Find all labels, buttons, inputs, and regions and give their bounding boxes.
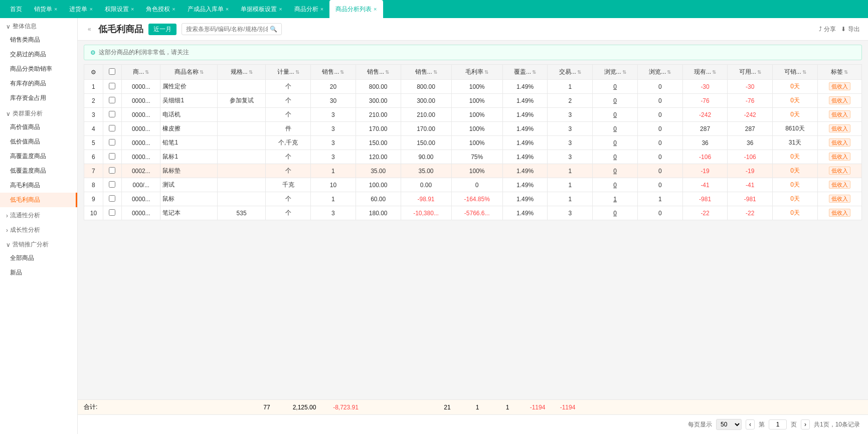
td-checkbox[interactable] bbox=[103, 122, 121, 136]
sidebar-item-high-margin[interactable]: 高毛利商品 bbox=[0, 178, 77, 193]
close-icon[interactable]: × bbox=[54, 6, 57, 12]
nav-item-template-settings[interactable]: 单据模板设置× bbox=[235, 0, 288, 18]
sidebar-group-marketing[interactable]: ∨ 营销推广分析 bbox=[0, 236, 77, 251]
table-wrapper[interactable]: ⚙ 商...⇅ 商品名称⇅ 规格...⇅ 计量...⇅ 销售...⇅ 销售...… bbox=[84, 64, 862, 399]
row-checkbox[interactable] bbox=[109, 153, 115, 160]
row-checkbox[interactable] bbox=[109, 111, 115, 117]
share-button[interactable]: ⤴ 分享 bbox=[819, 25, 836, 34]
sidebar-item-new-products[interactable]: 新品 bbox=[0, 265, 77, 280]
collapse-sidebar-button[interactable]: « bbox=[86, 26, 93, 33]
td-checkbox[interactable] bbox=[103, 94, 121, 108]
td-browse1[interactable]: 0 bbox=[593, 108, 638, 122]
td-browse1[interactable]: 0 bbox=[593, 122, 638, 136]
td-browse1[interactable]: 0 bbox=[593, 150, 638, 164]
close-icon[interactable]: × bbox=[131, 6, 134, 12]
sidebar-item-in-stock[interactable]: 有库存的商品 bbox=[0, 76, 77, 91]
sidebar-group-overall[interactable]: ∨ 整体信息 bbox=[0, 18, 77, 33]
td-browse1[interactable]: 0 bbox=[593, 136, 638, 150]
row-checkbox[interactable] bbox=[109, 209, 115, 216]
prev-page-button[interactable]: ‹ bbox=[746, 419, 755, 429]
close-icon[interactable]: × bbox=[172, 6, 175, 12]
sidebar-item-category-rate[interactable]: 商品分类助销率 bbox=[0, 62, 77, 76]
sidebar-group-cluster[interactable]: ∨ 类群重分析 bbox=[0, 105, 77, 120]
th-sales-price[interactable]: 销售...⇅ bbox=[356, 65, 401, 80]
td-name[interactable]: 电话机 bbox=[160, 108, 217, 122]
th-stock-sale[interactable]: 可销...⇅ bbox=[773, 65, 818, 80]
export-button[interactable]: ⬇ 导出 bbox=[841, 25, 860, 34]
th-coverage[interactable]: 覆盖...⇅ bbox=[502, 65, 548, 80]
th-trade[interactable]: 交易...⇅ bbox=[548, 65, 593, 80]
td-name[interactable]: 测试 bbox=[160, 178, 217, 192]
th-spec[interactable]: 规格...⇅ bbox=[217, 65, 265, 80]
nav-item-home[interactable]: 首页 bbox=[4, 0, 28, 18]
th-settings[interactable]: ⚙ bbox=[84, 65, 103, 80]
row-checkbox[interactable] bbox=[109, 167, 115, 174]
close-icon[interactable]: × bbox=[89, 6, 92, 12]
th-name[interactable]: 商品名称⇅ bbox=[160, 65, 217, 80]
td-checkbox[interactable] bbox=[103, 80, 121, 94]
td-checkbox[interactable] bbox=[103, 206, 121, 220]
th-tag[interactable]: 标签⇅ bbox=[817, 65, 861, 80]
nav-item-role-auth[interactable]: 角色授权× bbox=[140, 0, 181, 18]
th-stock-now[interactable]: 现有...⇅ bbox=[682, 65, 728, 80]
td-name[interactable]: 鼠标垫 bbox=[160, 164, 217, 178]
sidebar-item-all-products[interactable]: 全部商品 bbox=[0, 251, 77, 265]
td-name[interactable]: 橡皮擦 bbox=[160, 122, 217, 136]
th-browse1[interactable]: 浏览...⇅ bbox=[593, 65, 638, 80]
nav-item-sales[interactable]: 销货单× bbox=[28, 0, 63, 18]
sidebar-item-sales-products[interactable]: 销售类商品 bbox=[0, 33, 77, 47]
time-filter-button[interactable]: 近一月 bbox=[148, 24, 177, 35]
nav-item-product-entry[interactable]: 产成品入库单× bbox=[182, 0, 235, 18]
sidebar-group-circulation[interactable]: › 流通性分析 bbox=[0, 207, 77, 222]
td-name[interactable]: 鼠标1 bbox=[160, 150, 217, 164]
sidebar-group-growth[interactable]: › 成长性分析 bbox=[0, 222, 77, 236]
row-checkbox[interactable] bbox=[109, 97, 115, 103]
search-input[interactable] bbox=[186, 26, 268, 33]
th-gross-rate[interactable]: 毛利率⇅ bbox=[451, 65, 502, 80]
row-checkbox[interactable] bbox=[109, 195, 115, 202]
sidebar-item-high-coverage[interactable]: 高覆盖度商品 bbox=[0, 149, 77, 164]
td-name[interactable]: 吴细细1 bbox=[160, 94, 217, 108]
td-browse1[interactable]: 0 bbox=[593, 164, 638, 178]
sidebar-item-traded-products[interactable]: 交易过的商品 bbox=[0, 47, 77, 62]
td-browse1[interactable]: 0 bbox=[593, 94, 638, 108]
row-checkbox[interactable] bbox=[109, 139, 115, 146]
td-browse1[interactable]: 0 bbox=[593, 178, 638, 192]
td-browse1[interactable]: 0 bbox=[593, 206, 638, 220]
td-checkbox[interactable] bbox=[103, 136, 121, 150]
row-checkbox[interactable] bbox=[109, 83, 115, 89]
close-icon[interactable]: × bbox=[226, 6, 229, 12]
row-checkbox[interactable] bbox=[109, 181, 115, 188]
sidebar-item-high-value[interactable]: 高价值商品 bbox=[0, 120, 77, 134]
close-icon[interactable]: × bbox=[320, 6, 323, 12]
td-name[interactable]: 鼠标 bbox=[160, 192, 217, 206]
page-size-select[interactable]: 50 100 200 bbox=[716, 419, 742, 430]
th-browse2[interactable]: 浏览...⇅ bbox=[637, 65, 682, 80]
td-checkbox[interactable] bbox=[103, 164, 121, 178]
th-sales-qty[interactable]: 销售...⇅ bbox=[311, 65, 356, 80]
nav-item-product-analysis[interactable]: 商品分析× bbox=[288, 0, 329, 18]
sidebar-item-low-value[interactable]: 低价值商品 bbox=[0, 134, 77, 149]
td-browse1[interactable]: 1 bbox=[593, 192, 638, 206]
td-name[interactable]: 笔记本 bbox=[160, 206, 217, 220]
td-checkbox[interactable] bbox=[103, 150, 121, 164]
next-page-button[interactable]: › bbox=[801, 419, 810, 429]
th-sales-profit[interactable]: 销售...⇅ bbox=[401, 65, 451, 80]
td-checkbox[interactable] bbox=[103, 108, 121, 122]
search-icon[interactable]: 🔍 bbox=[270, 26, 277, 33]
sidebar-item-low-margin[interactable]: 低毛利商品 bbox=[0, 193, 77, 207]
row-checkbox[interactable] bbox=[109, 125, 115, 131]
close-icon[interactable]: × bbox=[374, 6, 377, 12]
select-all-checkbox[interactable] bbox=[109, 68, 115, 75]
th-code[interactable]: 商...⇅ bbox=[122, 65, 160, 80]
td-browse1[interactable]: 0 bbox=[593, 80, 638, 94]
td-checkbox[interactable] bbox=[103, 192, 121, 206]
td-checkbox[interactable] bbox=[103, 178, 121, 192]
page-number-input[interactable] bbox=[769, 419, 787, 429]
nav-item-product-analysis-list[interactable]: 商品分析列表× bbox=[329, 0, 383, 18]
th-unit[interactable]: 计量...⇅ bbox=[266, 65, 311, 80]
close-icon[interactable]: × bbox=[279, 6, 282, 12]
th-checkbox[interactable] bbox=[103, 65, 121, 80]
sidebar-item-low-coverage[interactable]: 低覆盖度商品 bbox=[0, 164, 77, 178]
th-stock-avail[interactable]: 可用...⇅ bbox=[728, 65, 773, 80]
